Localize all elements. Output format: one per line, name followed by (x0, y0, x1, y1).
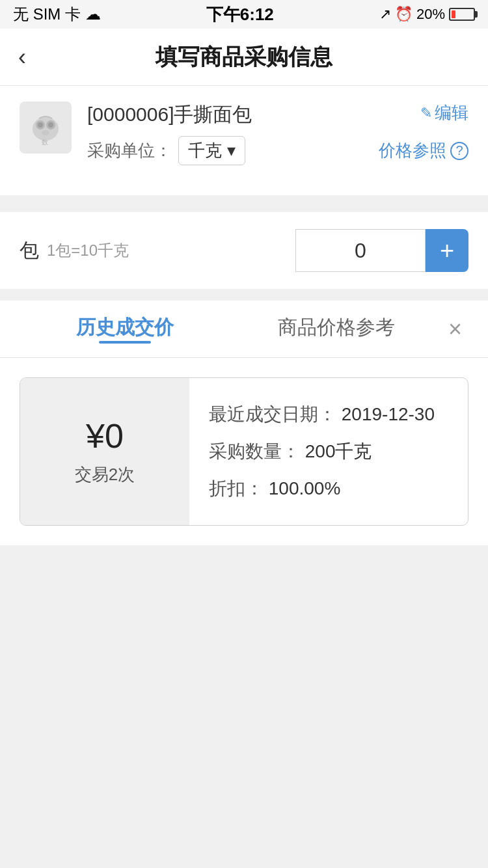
quantity-input[interactable]: 0 (295, 229, 426, 272)
main-bg (0, 545, 488, 868)
tabs-close-button[interactable]: × (442, 316, 468, 343)
quantity-unit-group: 包 1包=10千克 (20, 237, 129, 264)
edit-label: 编辑 (435, 102, 468, 124)
quantity-row: 包 1包=10千克 0 + (0, 212, 488, 289)
battery-fill (452, 10, 455, 18)
owl-logo-icon: 数 (26, 108, 65, 147)
product-thumbnail: 数 (20, 102, 72, 154)
unit-dropdown-arrow: ▾ (227, 141, 236, 161)
page-title: 填写商品采购信息 (156, 42, 332, 72)
content: 数 [0000006]手撕面包 ✎ 编辑 采购单位： 千克 (0, 86, 488, 868)
quantity-controls: 0 + (295, 229, 468, 272)
battery-percent: 20% (416, 6, 445, 23)
tab-history-label: 历史成交价 (76, 316, 174, 338)
quantity-label: 采购数量： (209, 441, 300, 461)
unit-label: 采购单位： (87, 139, 172, 162)
product-info: [0000006]手撕面包 ✎ 编辑 采购单位： 千克 ▾ (87, 102, 468, 165)
svg-point-0 (33, 117, 59, 141)
tabs-section: 历史成交价 商品价格参考 × ¥0 交易2次 最近成交日期： 2019-12-3… (0, 301, 488, 545)
product-header-inner: [0000006]手撕面包 ✎ 编辑 (87, 102, 468, 133)
product-unit-row: 采购单位： 千克 ▾ 价格参照 ? (87, 136, 468, 165)
status-right: ↗ ⏰ 20% (379, 6, 475, 23)
unit-select[interactable]: 千克 ▾ (178, 136, 245, 165)
recent-date-label: 最近成交日期： (209, 404, 336, 424)
quantity-plus-button[interactable]: + (426, 229, 468, 272)
alarm-icon: ⏰ (395, 6, 413, 23)
edit-button[interactable]: ✎ 编辑 (420, 102, 468, 124)
quantity-section: 包 1包=10千克 0 + (0, 207, 488, 289)
svg-point-4 (48, 122, 53, 128)
product-name: [0000006]手撕面包 (87, 102, 252, 128)
recent-date-row: 最近成交日期： 2019-12-30 (209, 401, 448, 427)
status-time: 下午6:12 (206, 3, 274, 26)
tabs-header: 历史成交价 商品价格参考 × (0, 301, 488, 358)
quantity-sub-label: 1包=10千克 (47, 240, 129, 261)
discount-value: 100.00% (269, 478, 341, 498)
battery-icon (449, 8, 475, 21)
unit-value: 千克 (188, 139, 222, 162)
quantity-value: 0 (355, 239, 366, 263)
product-card: 数 [0000006]手撕面包 ✎ 编辑 采购单位： 千克 (0, 86, 488, 195)
price-card-left: ¥0 交易2次 (20, 378, 189, 525)
svg-point-5 (42, 130, 49, 135)
product-header: 数 [0000006]手撕面包 ✎ 编辑 采购单位： 千克 (20, 102, 468, 165)
price-trade-count: 交易2次 (75, 463, 135, 486)
price-ref-label: 价格参照 (379, 139, 446, 162)
edit-icon: ✎ (420, 105, 432, 122)
price-amount: ¥0 (86, 416, 124, 455)
status-left: 无 SIM 卡 ☁ (13, 4, 101, 25)
svg-text:数: 数 (42, 139, 48, 146)
unit-selector-group: 采购单位： 千克 ▾ (87, 136, 245, 165)
sim-wifi-label: 无 SIM 卡 ☁ (13, 4, 101, 25)
tab-product-price[interactable]: 商品价格参考 (230, 314, 441, 344)
purchase-quantity-row: 采购数量： 200千克 (209, 439, 448, 464)
nav-bar: ‹ 填写商品采购信息 (0, 29, 488, 86)
discount-label: 折扣： (209, 478, 264, 498)
quantity-unit-label: 包 (20, 237, 39, 264)
tab-product-label: 商品价格参考 (278, 316, 395, 338)
back-button[interactable]: ‹ (18, 44, 26, 71)
price-card: ¥0 交易2次 最近成交日期： 2019-12-30 采购数量： 200千克 折… (20, 377, 468, 526)
recent-date-value: 2019-12-30 (342, 404, 435, 424)
price-history-content: ¥0 交易2次 最近成交日期： 2019-12-30 采购数量： 200千克 折… (0, 358, 488, 545)
price-ref-button[interactable]: 价格参照 ? (379, 139, 468, 162)
tab-history-price[interactable]: 历史成交价 (20, 314, 230, 344)
tab-underline (99, 341, 151, 344)
price-card-right: 最近成交日期： 2019-12-30 采购数量： 200千克 折扣： 100.0… (189, 378, 468, 525)
quantity-value-display: 200千克 (305, 441, 372, 461)
location-icon: ↗ (379, 6, 391, 23)
svg-point-3 (38, 122, 43, 128)
status-bar: 无 SIM 卡 ☁ 下午6:12 ↗ ⏰ 20% (0, 0, 488, 29)
help-icon: ? (450, 142, 468, 160)
discount-row: 折扣： 100.00% (209, 476, 448, 501)
